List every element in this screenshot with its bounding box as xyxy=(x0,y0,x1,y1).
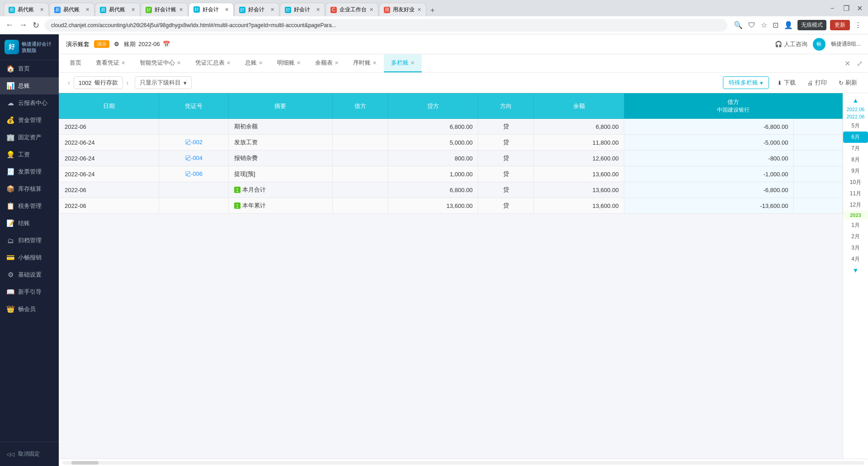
extension-icon[interactable]: ⊡ xyxy=(772,20,779,30)
menu-icon[interactable]: ⋮ xyxy=(854,20,863,30)
nav-tab-2[interactable]: 智能凭证中心✕ xyxy=(132,54,188,72)
browser-tab-5[interactable]: 好好会计✕ xyxy=(189,3,234,16)
tab-close-1[interactable]: ✕ xyxy=(40,7,44,13)
nav-tab-close-7[interactable]: ✕ xyxy=(373,60,377,66)
cal-month-2023-3月[interactable]: 3月 xyxy=(843,242,868,254)
avatar[interactable]: 畅 xyxy=(813,38,826,51)
browser-tab-6[interactable]: 好好会计✕ xyxy=(234,3,279,16)
sidebar-item-8[interactable]: 📋税务管理 xyxy=(0,198,59,215)
cal-scroll-up[interactable]: ▲ xyxy=(851,95,861,106)
browser-tab-4[interactable]: 好好会计账✕ xyxy=(141,3,188,16)
bottom-scrollbar[interactable] xyxy=(59,459,868,466)
sidebar-item-10[interactable]: 🗂归档管理 xyxy=(0,232,59,249)
close-browser-btn[interactable]: ✕ xyxy=(855,2,864,14)
update-btn[interactable]: 更新 xyxy=(830,20,850,30)
cal-month-10月[interactable]: 10月 xyxy=(843,177,868,188)
cal-month-2023-1月[interactable]: 1月 xyxy=(843,220,868,231)
nav-tab-3[interactable]: 凭证汇总表✕ xyxy=(188,54,238,72)
sidebar-item-2[interactable]: ☁云报表中心 xyxy=(0,94,59,112)
unpin-btn[interactable]: ◁◁ 取消固定 xyxy=(0,447,59,461)
cal-month-5月[interactable]: 5月 xyxy=(843,120,868,132)
table-wrapper[interactable]: 日期 凭证号 摘要 借方 贷方 方向 余额 借方 中国建设银行 xyxy=(59,93,843,459)
restore-btn[interactable]: ❐ xyxy=(841,2,851,14)
sidebar-item-7[interactable]: 📦库存核算 xyxy=(0,180,59,198)
back-btn[interactable]: ← xyxy=(5,20,14,30)
sidebar-item-12[interactable]: ⚙基础设置 xyxy=(0,266,59,283)
sidebar-item-9[interactable]: 📝结账 xyxy=(0,215,59,232)
expand-icon[interactable]: ⤢ xyxy=(855,57,864,70)
sidebar-item-11[interactable]: 💳小畅报销 xyxy=(0,249,59,266)
tab-close-5[interactable]: ✕ xyxy=(225,7,229,13)
tab-close-6[interactable]: ✕ xyxy=(270,7,274,13)
prev-account-btn[interactable]: ‹ xyxy=(66,78,72,87)
nav-tab-close-1[interactable]: ✕ xyxy=(121,60,125,66)
profile-icon[interactable]: 👤 xyxy=(783,20,794,30)
sidebar-item-14[interactable]: 👑畅会员 xyxy=(0,301,59,318)
sidebar-item-0[interactable]: 🏠首页 xyxy=(0,60,59,77)
refresh-btn[interactable]: ↻ 刷新 xyxy=(835,77,861,89)
sidebar-item-5[interactable]: 👷工资 xyxy=(0,146,59,163)
nav-tab-close-5[interactable]: ✕ xyxy=(297,60,301,66)
tab-close-7[interactable]: ✕ xyxy=(316,7,320,13)
forward-btn[interactable]: → xyxy=(19,20,27,30)
nav-tab-1[interactable]: 查看凭证✕ xyxy=(89,54,132,72)
help-action[interactable]: 🎧 人工咨询 xyxy=(775,40,807,48)
url-bar[interactable]: cloud2.chanjet.com/accounting/uh26t264j5… xyxy=(45,19,727,32)
tab-close-2[interactable]: ✕ xyxy=(85,7,90,13)
nav-tab-8[interactable]: 多栏账✕ xyxy=(384,54,422,72)
next-account-btn[interactable]: › xyxy=(125,78,131,87)
scrollbar-thumb[interactable] xyxy=(71,461,99,465)
nav-tab-close-2[interactable]: ✕ xyxy=(177,60,181,66)
sidebar-item-4[interactable]: 🏢固定资产 xyxy=(0,129,59,146)
cal-month-9月[interactable]: 9月 xyxy=(843,165,868,177)
search-icon[interactable]: 🔍 xyxy=(733,20,744,30)
cal-month-7月[interactable]: 7月 xyxy=(843,143,868,154)
cal-scroll-down[interactable]: ▼ xyxy=(851,265,861,276)
minimize-btn[interactable]: － xyxy=(827,2,838,15)
nav-tab-6[interactable]: 余额表✕ xyxy=(308,54,346,72)
cal-month-8月[interactable]: 8月 xyxy=(843,154,868,165)
new-tab-btn[interactable]: + xyxy=(427,5,438,16)
voucher-link-1[interactable]: 记-002 xyxy=(185,139,203,146)
cal-month-12月[interactable]: 12月 xyxy=(843,199,868,211)
voucher-link-2[interactable]: 记-004 xyxy=(185,155,203,161)
account-selector[interactable]: 1002 银行存款 xyxy=(74,76,123,89)
tab-close-4[interactable]: ✕ xyxy=(179,7,183,13)
reload-btn[interactable]: ↻ xyxy=(33,20,39,30)
sidebar-item-13[interactable]: 📖新手引导 xyxy=(0,283,59,301)
collapse-icon[interactable]: ✕ xyxy=(843,57,852,70)
tab-close-9[interactable]: ✕ xyxy=(417,7,421,13)
calendar-icon[interactable]: 📅 xyxy=(163,41,170,47)
star-icon[interactable]: ☆ xyxy=(760,20,768,30)
voucher-link-3[interactable]: 记-006 xyxy=(185,170,203,177)
nav-tab-4[interactable]: 总账✕ xyxy=(238,54,270,72)
cal-month-2023-2月[interactable]: 2月 xyxy=(843,231,868,242)
cal-month-11月[interactable]: 11月 xyxy=(843,188,868,199)
nav-tab-close-3[interactable]: ✕ xyxy=(226,60,231,66)
browser-tab-1[interactable]: 易易代账✕ xyxy=(4,3,49,16)
nav-tab-5[interactable]: 明细账✕ xyxy=(270,54,308,72)
browser-tab-3[interactable]: 易易代账✕ xyxy=(95,3,140,16)
browser-tab-2[interactable]: 易易代账✕ xyxy=(49,3,94,16)
special-multi-btn[interactable]: 特殊多栏账 ▾ xyxy=(723,76,769,89)
print-btn[interactable]: 🖨 打印 xyxy=(804,77,830,89)
nav-tab-close-6[interactable]: ✕ xyxy=(335,60,339,66)
tab-close-3[interactable]: ✕ xyxy=(131,7,135,13)
sidebar-item-1[interactable]: 📊总账 xyxy=(0,77,59,94)
sidebar-item-3[interactable]: 💰资金管理 xyxy=(0,112,59,129)
browser-tab-7[interactable]: 好好会计✕ xyxy=(280,3,325,16)
cal-month-2023-4月[interactable]: 4月 xyxy=(843,254,868,265)
browser-tab-9[interactable]: 用用友好业✕ xyxy=(379,3,426,16)
nav-tab-close-4[interactable]: ✕ xyxy=(259,60,263,66)
shield-icon[interactable]: 🛡 xyxy=(747,20,756,30)
subcategory-filter[interactable]: 只显示下级科目 ▾ xyxy=(135,76,192,89)
nav-tab-close-8[interactable]: ✕ xyxy=(410,60,415,66)
nav-tab-0[interactable]: 首页 xyxy=(62,54,89,72)
tab-close-8[interactable]: ✕ xyxy=(369,7,373,13)
incognito-btn[interactable]: 无痕模式 xyxy=(797,20,826,30)
nav-tab-7[interactable]: 序时账✕ xyxy=(346,54,384,72)
sidebar-item-6[interactable]: 🧾发票管理 xyxy=(0,163,59,180)
download-btn[interactable]: ⬇ 下载 xyxy=(774,77,799,89)
settings-gear-icon[interactable]: ⚙ xyxy=(114,41,119,47)
browser-tab-8[interactable]: C企业工作台✕ xyxy=(326,3,378,16)
